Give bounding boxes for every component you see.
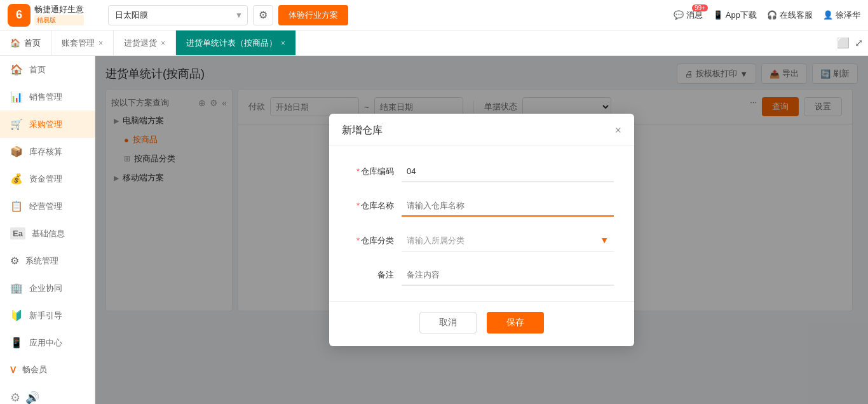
sidebar-guide-label: 新手引导: [29, 310, 62, 321]
tab-accounts-close[interactable]: ×: [98, 39, 103, 48]
system-icon: ⚙: [10, 255, 19, 267]
sidebar-enterprise-label: 企业协同: [29, 283, 62, 294]
tab-bar: 🏠 首页 账套管理 × 进货退货 × 进货单统计表（按商品） × ⬜ ⤢: [0, 30, 868, 56]
sidebar-purchase-label: 采购管理: [29, 119, 62, 130]
enterprise-icon: 🏢: [10, 282, 23, 294]
required-mark-name: *: [356, 201, 360, 210]
settings-button[interactable]: ⚙: [253, 5, 273, 25]
tab-minimize-icon[interactable]: ⬜: [837, 37, 850, 49]
logo-title: 畅捷通好生意: [34, 4, 84, 15]
chevron-down-icon: ▼: [235, 11, 243, 20]
top-navbar: 6 畅捷通好生意 精易版 日太阳膜 ▼ ⚙ 体验行业方案 💬 消息 99+ 📱 …: [0, 0, 868, 30]
app-icon: 📱: [713, 10, 723, 20]
sidebar-item-member[interactable]: V 畅会员: [0, 356, 95, 383]
logo-area: 6 畅捷通好生意 精易版: [8, 4, 103, 27]
management-icon: 📋: [10, 200, 23, 212]
sidebar-audio-icon[interactable]: 🔊: [25, 391, 39, 404]
sidebar-settings-icon[interactable]: ⚙: [10, 391, 20, 404]
sidebar-bottom: ⚙ 🔊: [0, 383, 95, 404]
name-input[interactable]: [402, 195, 614, 217]
sidebar-item-purchase[interactable]: 🛒 采购管理: [0, 111, 95, 138]
basic-info-icon: Ea: [10, 227, 25, 239]
category-chevron-icon: ▼: [600, 235, 609, 245]
search-select[interactable]: 日太阳膜: [108, 5, 248, 25]
home-icon: 🏠: [10, 38, 20, 48]
tab-expand-icon[interactable]: ⤢: [855, 37, 863, 49]
apps-icon: 📱: [10, 337, 23, 349]
form-row-remark: 备注: [349, 264, 614, 286]
dialog-close-icon[interactable]: ×: [614, 124, 621, 137]
dialog-overlay: 新增仓库 × *仓库编码 *仓库名称: [95, 56, 868, 404]
tab-home[interactable]: 🏠 首页: [0, 30, 51, 55]
sidebar-home-label: 首页: [29, 64, 46, 76]
message-badge: 99+: [692, 4, 708, 11]
content-area: 进货单统计(按商品) 🖨 按模板打印 ▼ 📤 导出 🔄 刷新: [95, 56, 868, 404]
code-input[interactable]: [402, 161, 614, 182]
remark-input[interactable]: [402, 264, 614, 286]
dialog-footer: 取消 保存: [329, 301, 634, 346]
new-warehouse-dialog: 新增仓库 × *仓库编码 *仓库名称: [329, 114, 634, 346]
category-label: *仓库分类: [349, 235, 394, 246]
finance-icon: 💰: [10, 173, 23, 185]
member-icon: V: [10, 365, 16, 375]
user-name: 徐泽华: [836, 10, 860, 21]
home-sidebar-icon: 🏠: [10, 64, 23, 76]
top-right-area: 💬 消息 99+ 📱 App下载 🎧 在线客服 👤 徐泽华: [674, 10, 860, 21]
save-button[interactable]: 保存: [487, 312, 544, 333]
cancel-button[interactable]: 取消: [419, 312, 477, 333]
sales-icon: 📊: [10, 91, 23, 103]
tab-accounts-label: 账套管理: [62, 37, 95, 49]
logo-sub: 精易版: [34, 15, 84, 25]
sidebar-item-management[interactable]: 📋 经营管理: [0, 192, 95, 220]
tab-purchase-stats-label: 进货单统计表（按商品）: [186, 37, 277, 49]
sidebar-finance-label: 资金管理: [29, 173, 62, 185]
sidebar-item-enterprise[interactable]: 🏢 企业协同: [0, 274, 95, 302]
required-mark-category: *: [356, 236, 360, 245]
sidebar-item-apps[interactable]: 📱 应用中心: [0, 329, 95, 356]
logo-icon: 6: [8, 4, 31, 27]
sidebar-item-basic-info[interactable]: Ea 基础信息: [0, 220, 95, 247]
tab-purchase-stats[interactable]: 进货单统计表（按商品） ×: [176, 30, 296, 55]
sidebar-item-home[interactable]: 🏠 首页: [0, 56, 95, 83]
sidebar-item-sales[interactable]: 📊 销售管理: [0, 83, 95, 111]
sidebar-item-finance[interactable]: 💰 资金管理: [0, 165, 95, 192]
sidebar-item-guide[interactable]: 🔰 新手引导: [0, 302, 95, 329]
name-label: *仓库名称: [349, 200, 394, 212]
tab-purchase-stats-close[interactable]: ×: [281, 39, 285, 48]
tab-actions: ⬜ ⤢: [832, 30, 868, 55]
form-row-category: *仓库分类 请输入所属分类 ▼: [349, 229, 614, 252]
sidebar-item-inventory[interactable]: 📦 库存核算: [0, 138, 95, 165]
message-nav-item[interactable]: 💬 消息 99+: [674, 10, 703, 21]
form-row-code: *仓库编码: [349, 161, 614, 182]
sidebar-apps-label: 应用中心: [29, 337, 62, 349]
category-select-wrap: 请输入所属分类 ▼: [402, 229, 614, 252]
app-label: App下载: [726, 10, 757, 21]
dialog-body: *仓库编码 *仓库名称 *仓库分类: [329, 145, 634, 301]
headset-icon: 🎧: [767, 10, 777, 20]
inventory-icon: 📦: [10, 145, 23, 158]
remark-label: 备注: [349, 269, 394, 281]
sidebar-basic-info-label: 基础信息: [32, 228, 65, 239]
code-label: *仓库编码: [349, 166, 394, 177]
main-layout: 🏠 首页 📊 销售管理 🛒 采购管理 📦 库存核算 💰 资金管理 📋 经营管理 …: [0, 56, 868, 404]
service-nav-item[interactable]: 🎧 在线客服: [767, 10, 813, 21]
dialog-header: 新增仓库 ×: [329, 114, 634, 145]
tab-accounts[interactable]: 账套管理 ×: [51, 30, 114, 55]
tab-purchase-return-close[interactable]: ×: [161, 39, 165, 48]
tab-home-label: 首页: [24, 37, 41, 49]
sidebar: 🏠 首页 📊 销售管理 🛒 采购管理 📦 库存核算 💰 资金管理 📋 经营管理 …: [0, 56, 95, 404]
tab-purchase-return[interactable]: 进货退货 ×: [114, 30, 176, 55]
service-label: 在线客服: [780, 10, 813, 21]
app-nav-item[interactable]: 📱 App下载: [713, 10, 757, 21]
user-nav-item[interactable]: 👤 徐泽华: [823, 10, 860, 21]
dialog-title: 新增仓库: [342, 124, 383, 137]
trial-button[interactable]: 体验行业方案: [278, 5, 348, 25]
sidebar-inventory-label: 库存核算: [29, 146, 62, 158]
category-select[interactable]: 请输入所属分类: [402, 229, 614, 251]
user-icon: 👤: [823, 10, 833, 20]
form-row-name: *仓库名称: [349, 195, 614, 217]
message-icon: 💬: [674, 10, 684, 20]
search-area: 日太阳膜 ▼: [108, 5, 248, 25]
sidebar-item-system[interactable]: ⚙ 系统管理: [0, 247, 95, 274]
sidebar-management-label: 经营管理: [29, 201, 62, 212]
